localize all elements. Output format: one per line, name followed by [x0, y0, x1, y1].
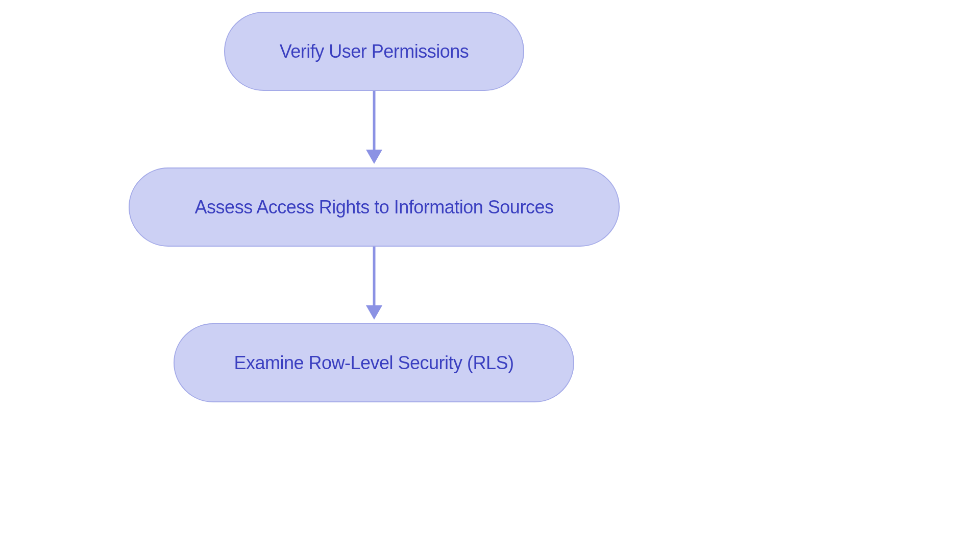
- flow-arrow-1: [372, 91, 376, 167]
- flow-arrow-2: [372, 247, 376, 323]
- node-label: Examine Row-Level Security (RLS): [234, 352, 513, 374]
- flow-node-examine-rls: Examine Row-Level Security (RLS): [174, 323, 574, 402]
- node-label: Assess Access Rights to Information Sour…: [195, 197, 554, 218]
- flow-node-verify-permissions: Verify User Permissions: [224, 12, 524, 91]
- flow-node-assess-access-rights: Assess Access Rights to Information Sour…: [129, 167, 620, 247]
- node-label: Verify User Permissions: [280, 41, 469, 62]
- flowchart-canvas: Verify User Permissions Assess Access Ri…: [0, 0, 980, 553]
